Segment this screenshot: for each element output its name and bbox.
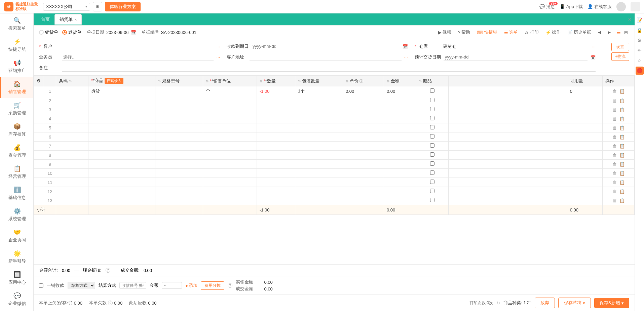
sidebar-item-enterprise[interactable]: 🤝 企业协同 [0, 225, 33, 246]
tab-close-icon[interactable]: × [75, 17, 77, 22]
add-payment-button[interactable]: ● 添加 [185, 282, 197, 288]
copy-icon[interactable]: 📋 [619, 98, 625, 103]
warehouse-dots[interactable]: ··· [592, 44, 596, 49]
delete-icon[interactable]: 🗑 [612, 189, 617, 194]
video-button[interactable]: ▶ 视频 [436, 28, 453, 36]
app-download-button[interactable]: 📱 App下载 [560, 4, 583, 10]
delete-icon[interactable]: 🗑 [612, 107, 617, 112]
sidebar-item-wechat[interactable]: 💬 企业微信 [0, 289, 33, 310]
expected-delivery-input[interactable] [444, 53, 588, 61]
payment-method-select[interactable]: 结算方式 [68, 282, 95, 289]
prev-record-button[interactable]: ◀ [596, 29, 603, 36]
delete-icon[interactable]: 🗑 [612, 134, 617, 140]
cash-discount-help-icon[interactable]: ? [106, 268, 110, 273]
print-button[interactable]: 🖨 打印 [523, 28, 541, 36]
payment-date-input[interactable] [251, 43, 400, 50]
copy-icon[interactable]: 📋 [619, 144, 625, 149]
delete-icon[interactable]: 🗑 [612, 180, 617, 185]
user-menu[interactable] [631, 2, 640, 11]
date-calendar-icon[interactable]: 📅 [131, 30, 136, 35]
sidebar-item-marketing[interactable]: 📢 营销推广 [0, 56, 33, 77]
refresh-icon[interactable]: ↻ [496, 301, 500, 306]
payment-amount-input[interactable] [162, 282, 182, 289]
copy-icon[interactable]: 📋 [619, 107, 625, 112]
trial-button[interactable]: 体验行业方案 [105, 2, 141, 11]
copy-icon[interactable]: 📋 [619, 180, 625, 185]
select-button[interactable]: ☰ 选单 [502, 28, 520, 36]
copy-icon[interactable]: 📋 [619, 134, 625, 140]
settings-icon[interactable]: ⚙ [93, 2, 102, 11]
customer-address-input[interactable] [250, 53, 401, 61]
sidebar-item-quick-nav[interactable]: ⚡ 快捷导航 [0, 35, 33, 56]
copy-icon[interactable]: 📋 [619, 189, 625, 194]
save-draft-button[interactable]: 保存草稿 ▾ [558, 298, 591, 308]
company-selector[interactable]: XXXXXX公司 ▾ [43, 3, 90, 11]
online-service-button[interactable]: 👤 在线客服 [588, 4, 612, 10]
salesperson-dots[interactable]: ··· [216, 55, 220, 60]
col-settings[interactable]: ⚙ [34, 76, 44, 86]
sidebar-item-basic-info[interactable]: ℹ️ 基础信息 [0, 183, 33, 204]
delete-icon[interactable]: 🗑 [612, 98, 617, 103]
delete-icon[interactable]: 🗑 [612, 144, 617, 149]
copy-icon[interactable]: 📋 [619, 89, 625, 94]
close-all-tabs[interactable]: ✕ [628, 17, 632, 22]
scan-button[interactable]: 扫码录入 [105, 78, 123, 84]
sidebar-item-app-center[interactable]: 🔲 应用中心 [0, 268, 33, 289]
delete-icon[interactable]: 🗑 [612, 125, 617, 130]
right-panel-orange-icon[interactable]: 🔴 [636, 67, 644, 75]
copy-icon[interactable]: 📋 [619, 125, 625, 130]
expenses-help-icon[interactable]: ? [228, 283, 232, 288]
message-button[interactable]: 💬 消息 99+ [539, 4, 555, 10]
delete-icon[interactable]: 🗑 [612, 153, 617, 158]
logistics-button[interactable]: +物流 [611, 52, 629, 61]
tab-home[interactable]: 首页 [36, 14, 54, 25]
delivery-calendar-icon[interactable]: 📅 [590, 55, 596, 60]
salesperson-input[interactable] [62, 53, 214, 61]
delete-icon[interactable]: 🗑 [612, 116, 617, 121]
sales-order-radio[interactable]: 销货单 [39, 29, 58, 35]
return-order-radio[interactable]: 退货单 [62, 29, 81, 35]
payment-account-input[interactable] [119, 282, 146, 289]
address-dots[interactable]: ··· [404, 55, 408, 60]
shortcut-button[interactable]: ⌨ 快捷键 [475, 28, 499, 36]
sidebar-item-finance[interactable]: 💰 资金管理 [0, 141, 33, 162]
sidebar-item-system[interactable]: ⚙️ 系统管理 [0, 204, 33, 225]
notes-input[interactable] [62, 64, 596, 72]
history-button[interactable]: 📄 历史单据 [565, 28, 593, 36]
grid-view-button[interactable]: ⊞ [623, 29, 629, 36]
next-record-button[interactable]: ▶ [606, 29, 613, 36]
right-panel-pencil-icon[interactable]: ✏ [636, 46, 644, 54]
warehouse-input[interactable] [442, 43, 589, 50]
settings-button[interactable]: 设置 [611, 43, 629, 51]
save-new-button[interactable]: 保存&新增 ▾ [594, 298, 629, 308]
help-button[interactable]: ? 帮助 [456, 28, 472, 36]
total-debt-help-icon[interactable]: ? [108, 301, 113, 305]
copy-icon[interactable]: 📋 [619, 198, 625, 203]
avatar[interactable] [616, 2, 626, 11]
sidebar-item-sales[interactable]: 🏠 销售管理 [0, 77, 33, 98]
right-panel-lock-icon[interactable]: 🔒 [636, 26, 644, 34]
sidebar-item-inventory[interactable]: 📦 库存核算 [0, 119, 33, 141]
copy-icon[interactable]: 📋 [619, 162, 625, 167]
operation-button[interactable]: ⚡ 操作 [543, 28, 563, 36]
expenses-button[interactable]: 费用分摊 [201, 281, 224, 290]
right-panel-note-icon[interactable]: 📝 [636, 16, 644, 24]
one-click-payment-checkbox[interactable] [39, 283, 43, 288]
list-view-button[interactable]: ☰ [615, 29, 622, 36]
discard-button[interactable]: 放弃 [535, 298, 555, 308]
delete-icon[interactable]: 🗑 [612, 198, 617, 203]
tab-sales-order[interactable]: 销货单 × [54, 14, 82, 25]
delete-icon[interactable]: 🗑 [612, 89, 617, 94]
sidebar-item-search[interactable]: 🔍 搜索菜单 [0, 13, 33, 35]
customer-dots[interactable]: ··· [216, 44, 220, 49]
copy-icon[interactable]: 📋 [619, 171, 625, 176]
delete-icon[interactable]: 🗑 [612, 171, 617, 176]
right-panel-gear-icon[interactable]: ⚙ [636, 36, 644, 44]
customer-input[interactable] [66, 43, 214, 50]
sidebar-item-guide[interactable]: 🌟 新手引导 [0, 246, 33, 268]
copy-icon[interactable]: 📋 [619, 116, 625, 121]
sidebar-item-operation[interactable]: 📋 经营管理 [0, 162, 33, 183]
payment-date-calendar-icon[interactable]: 📅 [403, 44, 408, 49]
sidebar-item-purchase[interactable]: 🛒 采购管理 [0, 98, 33, 119]
delete-icon[interactable]: 🗑 [612, 162, 617, 167]
